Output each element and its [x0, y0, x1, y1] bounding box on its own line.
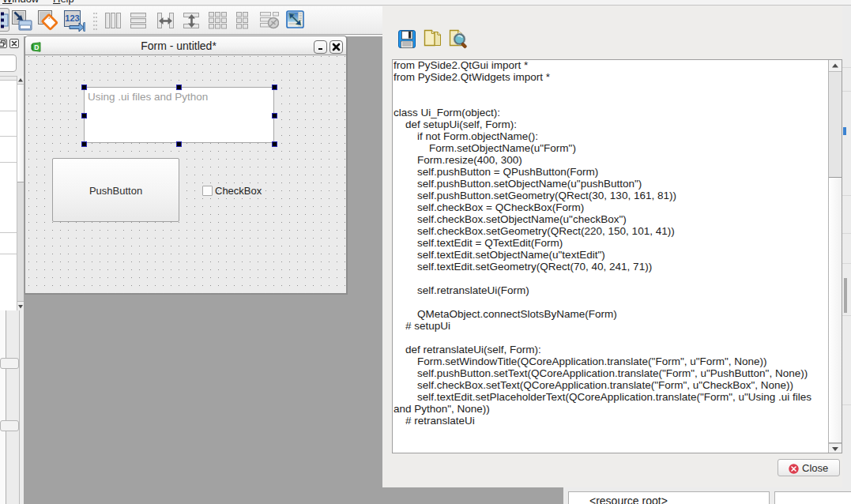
svg-text:123: 123 [65, 13, 79, 23]
